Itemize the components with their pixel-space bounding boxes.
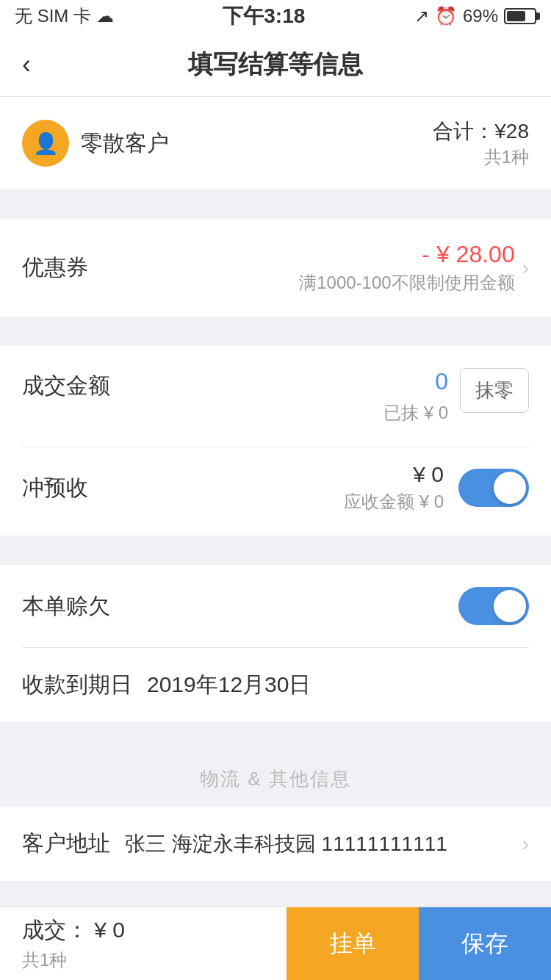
location-icon: ↗ xyxy=(414,6,429,26)
bottom-deal: 成交： ¥ 0 xyxy=(22,915,264,945)
chevron-right-icon: › xyxy=(522,256,529,280)
customer-right: 合计：¥28 共1种 xyxy=(433,118,529,169)
prereceive-label: 冲预收 xyxy=(22,473,88,503)
status-left: 无 SIM 卡 ☁ xyxy=(15,4,114,28)
divider-2 xyxy=(0,331,551,346)
logistics-bar: 物流 & 其他信息 xyxy=(0,752,551,807)
status-bar: 无 SIM 卡 ☁ 下午3:18 ↗ ⏰ 69% xyxy=(0,0,551,32)
status-right: ↗ ⏰ 69% xyxy=(414,6,536,26)
bottom-bar: 成交： ¥ 0 共1种 挂单 保存 xyxy=(0,907,551,980)
address-chevron-icon: › xyxy=(522,832,529,856)
toggle-knob xyxy=(494,472,526,504)
divider-1 xyxy=(0,204,551,219)
prereceive-toggle[interactable] xyxy=(458,469,529,507)
avatar: 👤 xyxy=(22,120,69,167)
logistics-label: 物流 & 其他信息 xyxy=(200,766,351,792)
page-title: 填写结算等信息 xyxy=(188,48,363,82)
prereceive-right: ¥ 0 应收金额 ¥ 0 xyxy=(344,462,529,514)
bottom-deal-value: ¥ 0 xyxy=(94,918,125,942)
debt-toggle[interactable] xyxy=(458,587,529,625)
debt-toggle-knob xyxy=(494,590,526,622)
coupon-info: - ¥ 28.00 满1000-100不限制使用金额 xyxy=(299,241,514,295)
debt-section: 本单赊欠 收款到期日 2019年12月30日 xyxy=(0,565,551,722)
due-row: 收款到期日 2019年12月30日 xyxy=(0,648,551,722)
deal-sub: 已抹 ¥ 0 xyxy=(383,401,448,425)
deal-section: 成交金额 0 已抹 ¥ 0 抹零 冲预收 ¥ 0 应收金额 ¥ 0 xyxy=(0,346,551,536)
customer-name: 零散客户 xyxy=(81,129,169,159)
prereceive-sub: 应收金额 ¥ 0 xyxy=(344,490,444,514)
due-value: 2019年12月30日 xyxy=(147,670,311,700)
avatar-icon: 👤 xyxy=(33,131,59,156)
coupon-section[interactable]: 优惠券 - ¥ 28.00 满1000-100不限制使用金额 › xyxy=(0,219,551,317)
deal-value-wrap: 0 已抹 ¥ 0 xyxy=(383,368,448,425)
alarm-icon: ⏰ xyxy=(435,6,457,26)
nav-bar: ‹ 填写结算等信息 xyxy=(0,32,551,97)
deal-right: 0 已抹 ¥ 0 抹零 xyxy=(383,368,529,425)
total-count: 共1种 xyxy=(433,145,529,169)
bottom-count: 共1种 xyxy=(22,948,264,972)
deal-label: 成交金额 xyxy=(22,368,110,401)
deal-row: 成交金额 0 已抹 ¥ 0 抹零 xyxy=(0,346,551,447)
battery-icon xyxy=(504,8,536,24)
coupon-desc: 满1000-100不限制使用金额 xyxy=(299,271,514,295)
sim-label: 无 SIM 卡 ☁ xyxy=(15,4,114,28)
coupon-amount: - ¥ 28.00 xyxy=(299,241,514,268)
hang-button[interactable]: 挂单 xyxy=(287,907,419,980)
back-button[interactable]: ‹ xyxy=(22,49,31,80)
status-time: 下午3:18 xyxy=(223,2,305,30)
total-amount: 合计：¥28 xyxy=(433,118,529,145)
address-label: 客户地址 xyxy=(22,829,110,859)
customer-section: 👤 零散客户 合计：¥28 共1种 xyxy=(0,97,551,190)
round-zero-button[interactable]: 抹零 xyxy=(460,368,529,413)
coupon-right: - ¥ 28.00 满1000-100不限制使用金额 › xyxy=(299,241,529,295)
battery-label: 69% xyxy=(463,6,498,26)
address-row[interactable]: 客户地址 张三 海淀永丰科技园 11111111111 › xyxy=(0,807,551,881)
prereceive-row: 冲预收 ¥ 0 应收金额 ¥ 0 xyxy=(0,447,551,536)
divider-3 xyxy=(0,550,551,565)
save-button[interactable]: 保存 xyxy=(419,907,551,980)
customer-row: 👤 零散客户 合计：¥28 共1种 xyxy=(0,97,551,190)
address-value: 张三 海淀永丰科技园 11111111111 xyxy=(125,830,522,858)
deal-value: 0 xyxy=(383,368,448,395)
address-section[interactable]: 客户地址 张三 海淀永丰科技园 11111111111 › xyxy=(0,807,551,881)
prereceive-info: ¥ 0 应收金额 ¥ 0 xyxy=(344,462,444,514)
due-label: 收款到期日 xyxy=(22,670,132,700)
prereceive-amount: ¥ 0 xyxy=(344,462,444,487)
divider-4 xyxy=(0,737,551,752)
bottom-deal-label: 成交： xyxy=(22,918,88,942)
customer-left: 👤 零散客户 xyxy=(22,120,169,167)
bottom-summary: 成交： ¥ 0 共1种 xyxy=(0,915,287,972)
coupon-row[interactable]: 优惠券 - ¥ 28.00 满1000-100不限制使用金额 › xyxy=(0,219,551,317)
debt-row: 本单赊欠 xyxy=(0,565,551,647)
debt-label: 本单赊欠 xyxy=(22,591,110,621)
coupon-label: 优惠券 xyxy=(22,253,88,283)
